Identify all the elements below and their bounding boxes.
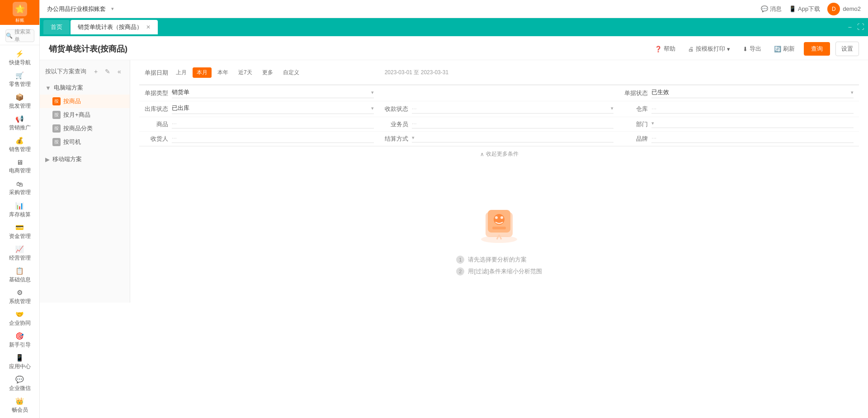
warehouse-label: 仓库: [624, 105, 648, 113]
goods-input[interactable]: ···: [172, 120, 374, 128]
operation-icon: 📈: [15, 245, 24, 253]
tab-report-label: 销货单统计表（按商品）: [78, 23, 142, 31]
sidebar-item-enterprise[interactable]: 🤝 企业协同: [0, 308, 39, 329]
panel-actions: + ✎ «: [91, 66, 124, 76]
help-label: 帮助: [664, 45, 675, 53]
tree-mobile-expand-icon: ▶: [45, 156, 50, 163]
brand-input[interactable]: ···: [651, 134, 854, 143]
tab-report[interactable]: 销货单统计表（按商品） ✕: [71, 20, 158, 34]
date-btn-this-year[interactable]: 本年: [213, 67, 232, 78]
collapse-bar[interactable]: ∧ 收起更多条件: [139, 146, 859, 162]
tab-home[interactable]: 首页: [43, 20, 70, 34]
date-btn-last-month[interactable]: 上月: [172, 67, 191, 78]
guide-label: 新手引导: [9, 341, 31, 349]
date-btn-more[interactable]: 更多: [258, 67, 277, 78]
sidebar-item-inventory[interactable]: 📊 库存核算: [0, 199, 39, 221]
paymentmethod-input[interactable]: ▾: [412, 135, 614, 142]
date-btn-7days[interactable]: 近7天: [234, 67, 256, 78]
sidebar-item-finance[interactable]: 💳 资金管理: [0, 221, 39, 242]
export-btn[interactable]: ⬇ 导出: [739, 43, 765, 55]
operation-label: 经营管理: [9, 254, 31, 262]
goods-label: 商品: [145, 120, 168, 128]
message-btn[interactable]: 💬 消息: [761, 5, 782, 13]
query-btn[interactable]: 查询: [804, 42, 830, 56]
sidebar-search-section: 🔍 搜索菜单: [0, 25, 39, 45]
dept-input[interactable]: ▾: [651, 120, 854, 128]
sidebar-item-guide[interactable]: 🎯 新手引导: [0, 329, 39, 351]
inventory-label: 库存核算: [9, 211, 31, 218]
date-label: 单据日期: [145, 69, 168, 77]
svg-point-4: [495, 216, 498, 219]
search-menu-btn[interactable]: 🔍 搜索菜单: [5, 29, 34, 42]
panel-add-btn[interactable]: +: [91, 66, 101, 76]
appcenter-icon: 📱: [15, 354, 24, 362]
tab-close-icon[interactable]: ✕: [146, 24, 151, 30]
wholesale-label: 批发管理: [9, 102, 31, 110]
tip1-text: 请先选择要分析的方案: [468, 256, 527, 264]
docstatus-input[interactable]: 已生效 ▾: [651, 88, 854, 98]
industry-name: 办公用品行业模拟账套: [47, 5, 106, 13]
content-area: 销货单统计表(按商品) ❓ 帮助 🖨 按模板打印 ▾ ⬇ 导出 🔄 刷新: [40, 36, 868, 418]
empty-illustration: [472, 194, 526, 248]
help-btn[interactable]: ❓ 帮助: [651, 43, 679, 55]
tree-by-goods[interactable]: 按 按商品: [40, 95, 130, 108]
tree-mobile-parent[interactable]: ▶ 移动端方案: [40, 152, 130, 166]
industry-dropdown-icon[interactable]: ▾: [111, 6, 114, 12]
date-btn-custom[interactable]: 自定义: [279, 67, 303, 78]
by-customer-label: 按司机: [63, 138, 81, 146]
tree-by-goods-category[interactable]: 按 按商品分类: [40, 122, 130, 135]
avatar-initial: D: [832, 6, 836, 12]
doctype-input[interactable]: 销货单 ▾: [172, 88, 374, 98]
sidebar-item-appcenter[interactable]: 📱 应用中心: [0, 351, 39, 373]
tree-by-month-goods[interactable]: 按 按月+商品: [40, 108, 130, 122]
user-btn[interactable]: D demo2: [827, 3, 861, 15]
sidebar-item-operation[interactable]: 📈 经营管理: [0, 242, 39, 264]
sidebar-item-sales[interactable]: 💰 销售管理: [0, 134, 39, 156]
body-area: 按以下方案查询 + ✎ « ▼: [40, 60, 868, 303]
sidebar-item-wholesale[interactable]: 📦 批发管理: [0, 90, 39, 112]
outstatus-value: 已出库: [172, 104, 189, 112]
salesperson-input[interactable]: ···: [412, 120, 614, 128]
doctype-value: 销货单: [172, 88, 189, 96]
sidebar-item-purchase[interactable]: 🛍 采购管理: [0, 177, 39, 199]
app-logo[interactable]: 🌟 标账: [0, 0, 40, 25]
top-header: 办公用品行业模拟账套 ▾ 💬 消息 📱 App下载 D demo2: [40, 0, 868, 18]
receiver-input[interactable]: ···: [172, 134, 374, 143]
panel-collapse-btn[interactable]: «: [114, 66, 124, 76]
tab-maximize-icon[interactable]: ⛶: [857, 23, 864, 31]
app-download-btn[interactable]: 📱 App下载: [789, 5, 820, 13]
date-btn-this-month[interactable]: 本月: [193, 67, 212, 78]
appcenter-label: 应用中心: [9, 363, 31, 370]
member-icon: 👑: [15, 397, 24, 405]
refresh-btn[interactable]: 🔄 刷新: [770, 43, 798, 55]
tree-desktop-parent[interactable]: ▼ 电脑端方案: [40, 81, 130, 95]
sidebar-item-wechat[interactable]: 💬 企业微信: [0, 373, 39, 394]
tree-group-desktop: ▼ 电脑端方案 按 按商品 按 按月+商品 按 按商品分类: [40, 79, 130, 151]
by-month-goods-label: 按月+商品: [63, 111, 90, 119]
template-print-btn[interactable]: 🖨 按模板打印 ▾: [684, 43, 734, 55]
paymentstatus-chevron: ▾: [611, 105, 613, 111]
sidebar-item-member[interactable]: 👑 畅会员: [0, 394, 39, 416]
header-right: 💬 消息 📱 App下载 D demo2: [761, 3, 861, 15]
outstatus-input[interactable]: 已出库 ▾: [172, 104, 374, 114]
sidebar-item-system[interactable]: ⚙ 系统管理: [0, 286, 39, 308]
settings-btn[interactable]: 设置: [835, 42, 859, 56]
tip2-num: 2: [456, 267, 464, 276]
base-icon: 📋: [15, 267, 24, 275]
paymentstatus-input[interactable]: ··· ▾: [412, 105, 614, 114]
by-month-goods-icon: 按: [52, 111, 61, 119]
panel-edit-btn[interactable]: ✎: [103, 66, 113, 76]
sidebar-item-ecommerce[interactable]: 🖥 电商管理: [0, 156, 39, 177]
docstatus-value: 已生效: [651, 88, 669, 96]
tree-by-customer[interactable]: 按 按司机: [40, 135, 130, 149]
tab-minimize-icon[interactable]: －: [846, 23, 854, 32]
sidebar-item-retail[interactable]: 🛒 零售管理: [0, 69, 39, 90]
filter-paymentstatus-cell: 收款状态 ··· ▾: [379, 101, 619, 117]
sidebar-item-base[interactable]: 📋 基础信息: [0, 264, 39, 286]
warehouse-input[interactable]: ···: [651, 105, 854, 114]
sidebar-item-quicknav[interactable]: ⚡ 快捷导航: [0, 47, 39, 69]
paymentmethod-label: 结算方式: [385, 135, 408, 143]
sidebar-item-marketing[interactable]: 📢 营销推广: [0, 112, 39, 134]
page-title: 销货单统计表(按商品): [49, 43, 127, 54]
wechat-icon: 💬: [15, 375, 24, 384]
